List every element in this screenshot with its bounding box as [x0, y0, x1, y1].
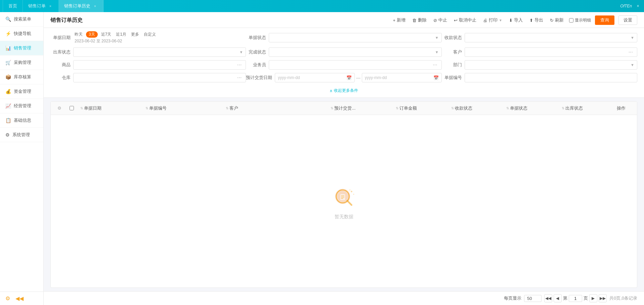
first-page-button[interactable]: ◀◀: [544, 294, 552, 302]
date-btn-more[interactable]: 更多: [130, 31, 140, 38]
sidebar-item-sales-mgmt[interactable]: 📊 销售管理: [0, 41, 43, 55]
filter-out-status-select[interactable]: ▼: [73, 47, 246, 57]
sidebar-icon-basic-info: 📋: [5, 118, 11, 123]
sidebar-item-basic-info[interactable]: 📋 基础信息: [0, 113, 43, 128]
show-detail-input[interactable]: [569, 18, 573, 23]
th-number-sort-icon: ⇅: [145, 106, 148, 110]
settings-button[interactable]: 设置: [618, 15, 637, 25]
new-button[interactable]: + 新增: [392, 16, 407, 24]
filter-complete-status-chevron: ▼: [435, 50, 439, 54]
table-header: ⚙ ⇅ 单据日期 ⇅ 单据编号 ⇅ 客户: [51, 102, 637, 115]
filter-doc-status-select[interactable]: ▼: [269, 33, 441, 42]
window-close-button[interactable]: ×: [635, 3, 641, 9]
sidebar-item-operations[interactable]: 📈 经营管理: [0, 99, 43, 113]
tab-sales-order-history[interactable]: 销售订单历史×: [59, 0, 103, 12]
th-amount-label: 订单金额: [399, 105, 417, 111]
filter-out-status-chevron: ▼: [239, 50, 243, 54]
date-btn-yesterday[interactable]: 昨天: [73, 31, 84, 38]
import-label: 导入: [514, 17, 523, 23]
print-button[interactable]: 🖨 打印 ▼: [482, 16, 504, 24]
sidebar-item-finance[interactable]: 💰 资金管理: [0, 84, 43, 99]
filter-doc-number-field[interactable]: [468, 75, 634, 80]
date-btn-custom[interactable]: 自定义: [142, 31, 157, 38]
filter-delivery-date: 预计交货日期 yyyy-mm-dd 📅 — yyyy-mm-dd 📅: [246, 73, 441, 82]
th-amount[interactable]: ⇅ 订单金额: [393, 105, 448, 111]
th-receipt-label: 收款状态: [455, 105, 472, 111]
sidebar-label-sales-mgmt: 销售管理: [14, 45, 31, 51]
print-label: 打印: [489, 17, 498, 23]
import-button[interactable]: ⬇ 导入: [508, 16, 524, 24]
th-customer-sort-icon: ⇅: [226, 106, 228, 110]
th-settings[interactable]: ⚙: [53, 106, 66, 111]
sidebar-item-purchase-mgmt[interactable]: 🛒 采购管理: [0, 55, 43, 70]
filter-customer-input[interactable]: ···: [465, 47, 637, 57]
query-button[interactable]: 查询: [595, 15, 614, 25]
show-detail-checkbox[interactable]: 显示明细: [569, 17, 591, 23]
tab-sales-order[interactable]: 销售订单×: [23, 0, 59, 12]
stop-button[interactable]: ⊘ 中止: [432, 16, 448, 24]
date-btn-1month[interactable]: 近1月: [115, 31, 128, 38]
last-page-button[interactable]: ▶▶: [599, 294, 607, 302]
filter-goods-label: 商品: [50, 62, 71, 68]
export-button[interactable]: ⬆ 导出: [528, 16, 545, 24]
select-all-checkbox[interactable]: [70, 106, 74, 110]
main-layout: 🔍 搜索菜单⚡ 快捷导航📊 销售管理🛒 采购管理📦 库存核算💰 资金管理📈 经营…: [0, 12, 644, 305]
tab-home[interactable]: 首页: [3, 0, 23, 12]
sidebar-icon-search-menu: 🔍: [5, 16, 11, 22]
sidebar-label-basic-info: 基础信息: [14, 117, 31, 123]
th-delivery[interactable]: ⇅ 预计交货...: [328, 105, 393, 111]
th-checkbox[interactable]: [66, 106, 78, 110]
sidebar-item-search-menu[interactable]: 🔍 搜索菜单: [0, 12, 43, 27]
th-date[interactable]: ⇅ 单据日期: [78, 105, 143, 111]
page-size-select[interactable]: 10 20 50 100: [524, 295, 542, 302]
tab-label-sales-order: 销售订单: [28, 3, 46, 9]
th-customer[interactable]: ⇅ 客户: [223, 105, 328, 111]
tab-close-sales-order[interactable]: ×: [48, 3, 53, 9]
tab-close-sales-order-history[interactable]: ×: [92, 3, 98, 9]
content-area: 销售订单历史 + 新增 🗑 删除 ⊘ 中止 ↩: [44, 12, 644, 305]
sidebar-settings-icon[interactable]: ⚙: [5, 295, 10, 302]
filter-salesperson-dots[interactable]: ···: [431, 62, 438, 68]
th-doc-status[interactable]: ⇅ 单据状态: [504, 105, 559, 111]
filter-salesperson-input[interactable]: ···: [269, 60, 441, 70]
sidebar-item-inventory[interactable]: 📦 库存核算: [0, 70, 43, 84]
refresh-button[interactable]: ↻ 刷新: [549, 16, 565, 24]
th-delivery-label: 预计交货...: [334, 105, 355, 111]
filter-goods-dots[interactable]: ···: [236, 62, 243, 68]
show-detail-label: 显示明细: [575, 17, 591, 23]
next-page-button[interactable]: ▶: [589, 294, 597, 302]
collapse-filters-button[interactable]: ∧ 收起更多条件: [50, 86, 637, 94]
sidebar-item-quick-nav[interactable]: ⚡ 快捷导航: [0, 27, 43, 41]
th-number[interactable]: ⇅ 单据编号: [143, 105, 223, 111]
date-btn-7days[interactable]: 近7天: [100, 31, 113, 38]
filter-salesperson: 业务员 ···: [246, 60, 441, 70]
filter-department-select[interactable]: ▼: [465, 60, 637, 70]
top-bar: 首页销售订单×销售订单历史× OfTEn ×: [0, 0, 644, 12]
prev-page-button[interactable]: ◀: [554, 294, 562, 302]
tab-list: 首页销售订单×销售订单历史×: [3, 0, 620, 12]
filter-out-status-label: 出库状态: [50, 49, 71, 55]
filter-receipt-status-chevron: ▼: [631, 36, 634, 40]
filter-doc-number-input[interactable]: [465, 73, 637, 82]
page-title-row: 销售订单历史 + 新增 🗑 删除 ⊘ 中止 ↩: [50, 15, 637, 25]
cancel-stop-button[interactable]: ↩ 取消中止: [453, 16, 478, 24]
filter-complete-status-select[interactable]: ▼: [269, 47, 441, 57]
sidebar-item-system[interactable]: ⚙ 系统管理: [0, 128, 43, 142]
sidebar-collapse-icon[interactable]: ◀◀: [15, 295, 24, 302]
filter-doc-number-label: 单据编号: [442, 75, 462, 81]
date-btn-3days[interactable]: 3天: [86, 31, 98, 38]
sidebar-bottom: ⚙ ◀◀: [0, 292, 43, 305]
filter-warehouse-input[interactable]: ···: [73, 73, 246, 82]
delete-button[interactable]: 🗑 删除: [411, 16, 428, 24]
filter-goods-input[interactable]: ···: [73, 60, 246, 70]
th-receipt-status[interactable]: ⇅ 收款状态: [448, 105, 504, 111]
th-out-status[interactable]: ⇅ 出库状态: [559, 105, 614, 111]
delivery-date-start[interactable]: yyyy-mm-dd 📅: [275, 73, 355, 82]
filter-receipt-status-select[interactable]: ▼: [465, 33, 637, 42]
filter-department-label: 部门: [442, 62, 462, 68]
filter-customer-dots[interactable]: ···: [627, 49, 634, 55]
filter-warehouse-dots[interactable]: ···: [236, 75, 243, 81]
page-number-input[interactable]: [569, 295, 582, 302]
table-area: ⚙ ⇅ 单据日期 ⇅ 单据编号 ⇅ 客户: [44, 98, 644, 291]
delivery-date-end[interactable]: yyyy-mm-dd 📅: [362, 73, 442, 82]
